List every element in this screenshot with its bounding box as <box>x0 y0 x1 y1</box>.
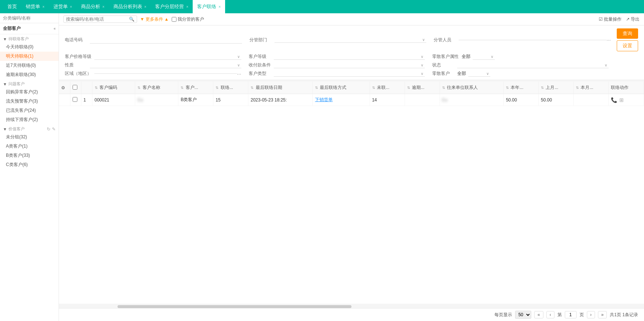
sidebar-item-tomorrow-contact[interactable]: 明天待联络(1) <box>0 52 59 61</box>
sidebar-item-declining[interactable]: 持续下滑客户(2) <box>0 115 59 124</box>
dots-button[interactable]: ··· <box>606 37 611 43</box>
filter-dept-label: 分管部门 <box>249 37 272 43</box>
nav-customer-layered[interactable]: 客户分层经营 × <box>151 0 193 13</box>
sidebar-item-repurchase-abnormal[interactable]: 回购异常客户(2) <box>0 87 59 97</box>
col-sort-icon: ⇅ <box>541 86 544 90</box>
caret-down-icon: ∨ <box>422 38 425 42</box>
filter-region-label: 区域（地区） <box>65 70 91 77</box>
nav-home[interactable]: 首页 <box>3 0 21 13</box>
toolbar: 🔍 ▼ 更多条件 ▲ 我分管的客户 ☑ 批量操作 ↗ 导出 <box>59 13 644 25</box>
sidebar-item-churned[interactable]: 已流失客户(24) <box>0 106 59 115</box>
more-filter-button[interactable]: ▼ 更多条件 ▲ <box>140 16 169 23</box>
sidebar-item-today-contact[interactable]: 今天待联络(0) <box>0 42 59 52</box>
nav-purchase-order[interactable]: 进货单 × <box>49 0 77 13</box>
col-settings[interactable]: ⚙ <box>59 82 70 94</box>
dots-button[interactable]: ··· <box>237 71 241 77</box>
cell-code: 000021 <box>92 94 135 106</box>
filter-row-4: 区域（地区） ··· 客户类型 ∨ 零散客户 全部 ∨ <box>65 70 638 77</box>
all-customers-header[interactable]: 全部客户 « <box>0 23 59 34</box>
export-icon: ↗ <box>626 17 630 22</box>
filter-dept-select[interactable]: ∨ <box>274 37 427 43</box>
filter-payment-terms-select[interactable]: ∨ <box>274 62 425 68</box>
close-icon[interactable]: × <box>218 5 221 9</box>
pagination-bar: 每页显示 50 « ‹ 第 页 › » 共1页 1条记录 <box>59 308 644 321</box>
filter-status: 状态 ∨ <box>432 62 609 68</box>
col-index <box>81 82 92 94</box>
contact-method-link[interactable]: 下销货单 <box>315 97 333 102</box>
set-button[interactable]: 设置 <box>617 40 638 51</box>
col-contact-count: ⇅ 联络... <box>213 82 248 94</box>
table-row: 1 000021 Ea B类客户 15 2023-05-23 18:25: 下销… <box>59 94 644 106</box>
sidebar-item-class-b[interactable]: B类客户(33) <box>0 151 59 160</box>
nav-customer-contact[interactable]: 客户联络 × <box>193 0 225 13</box>
caret-up-icon: ▲ <box>164 17 169 22</box>
filter-price-level-select[interactable]: ∨ <box>94 54 241 60</box>
filter-panel: 电话号码 分管部门 ∨ 分管人员 ··· 查询 设置 <box>59 25 644 80</box>
filter-phone-input[interactable] <box>90 37 242 44</box>
edit-icon[interactable]: ✎ <box>52 127 56 132</box>
sidebar-item-ungrouped[interactable]: 未分组(32) <box>0 132 59 142</box>
col-this-month: ⇅ 本月... <box>574 82 609 94</box>
nav-product-analysis[interactable]: 商品分析 × <box>77 0 109 13</box>
filter-retail-attr-select[interactable]: ∨ <box>473 54 495 60</box>
close-icon[interactable]: × <box>70 5 72 9</box>
filter-nature-select[interactable]: ∨ <box>90 62 241 68</box>
arrow-icon: ▼ <box>3 127 7 131</box>
sidebar-search-input[interactable] <box>3 15 58 21</box>
table-header-row: ⚙ ⇅ 客户编码 ⇅ 客户名称 ⇅ 客户... <box>59 82 644 94</box>
main-layout: 🔍 全部客户 « ▼ 待联络客户 今天待联络(0) 明天待联络(1) 近7天待联… <box>0 13 644 321</box>
page-number-input[interactable] <box>565 311 577 318</box>
caret-down-icon: ∨ <box>421 55 423 59</box>
filter-customer-type-label: 客户类型 <box>249 70 271 77</box>
sidebar-item-churn-warning[interactable]: 流失预警客户(3) <box>0 97 59 106</box>
export-button[interactable]: ↗ 导出 <box>626 16 640 23</box>
group-problem-customers: ▼ 问题客户 <box>0 79 59 87</box>
filter-nature: 性质 ∨ <box>65 62 241 68</box>
query-button[interactable]: 查询 <box>617 28 638 39</box>
sidebar-search-area: 🔍 <box>0 13 59 23</box>
close-icon[interactable]: × <box>186 5 188 9</box>
nav-product-analysis-list[interactable]: 商品分析列表 × <box>109 0 151 13</box>
phone-action-icon[interactable]: 📞 <box>611 97 617 103</box>
grid-action-icon[interactable]: ⊞ <box>619 97 624 103</box>
my-customer-checkbox-area[interactable]: 我分管的客户 <box>172 16 204 23</box>
filter-customer-type-select[interactable]: ∨ <box>274 71 425 77</box>
refresh-icon[interactable]: ↻ <box>47 127 50 132</box>
filter-retail-customer-select[interactable]: ∨ <box>468 71 490 77</box>
scrollbar-thumb[interactable] <box>118 305 351 308</box>
nav-sales-order[interactable]: 销货单 × <box>21 0 49 13</box>
search-input[interactable] <box>66 17 129 22</box>
col-customer-code: ⇅ 客户编码 <box>92 82 135 94</box>
caret-down-icon: ∨ <box>421 72 423 76</box>
cell-contact-count: 15 <box>213 94 248 106</box>
arrow-icon: ▼ <box>3 82 7 86</box>
filter-phone: 电话号码 <box>65 37 242 44</box>
col-last-contact-method: ⇅ 最后联络方式 <box>313 82 370 94</box>
close-icon[interactable]: × <box>102 5 105 9</box>
horizontal-scrollbar[interactable] <box>59 305 644 308</box>
filter-status-select[interactable]: ∨ <box>457 62 609 68</box>
row-checkbox[interactable] <box>73 97 77 102</box>
total-records-label: 共1页 1条记录 <box>610 312 638 318</box>
sidebar-item-7days-contact[interactable]: 近7天待联络(0) <box>0 61 59 70</box>
collapse-icon[interactable]: « <box>53 27 56 31</box>
batch-action-button[interactable]: ☑ 批量操作 <box>599 16 622 23</box>
sidebar-item-overdue-contact[interactable]: 逾期未联络(30) <box>0 70 59 79</box>
unit-contact-blurred: Ea <box>442 97 448 103</box>
filter-row-3: 性质 ∨ 收付款条件 ∨ 状态 ∨ <box>65 62 638 68</box>
select-all-checkbox[interactable] <box>73 85 77 90</box>
filter-customer-level-select[interactable]: ∨ <box>274 54 425 60</box>
last-page-button[interactable]: » <box>598 311 607 318</box>
sidebar-item-class-a[interactable]: A类客户(1) <box>0 142 59 151</box>
my-customer-checkbox[interactable] <box>172 17 176 22</box>
search-icon[interactable]: 🔍 <box>129 17 134 22</box>
prev-page-button[interactable]: ‹ <box>546 311 554 318</box>
next-page-button[interactable]: › <box>587 311 595 318</box>
sidebar-item-class-c[interactable]: C类客户(6) <box>0 160 59 169</box>
first-page-button[interactable]: « <box>534 311 543 318</box>
caret-down-icon: ∨ <box>237 55 240 59</box>
batch-icon: ☑ <box>599 17 603 22</box>
page-size-select[interactable]: 50 <box>515 311 531 319</box>
close-icon[interactable]: × <box>144 5 147 9</box>
close-icon[interactable]: × <box>42 5 45 9</box>
